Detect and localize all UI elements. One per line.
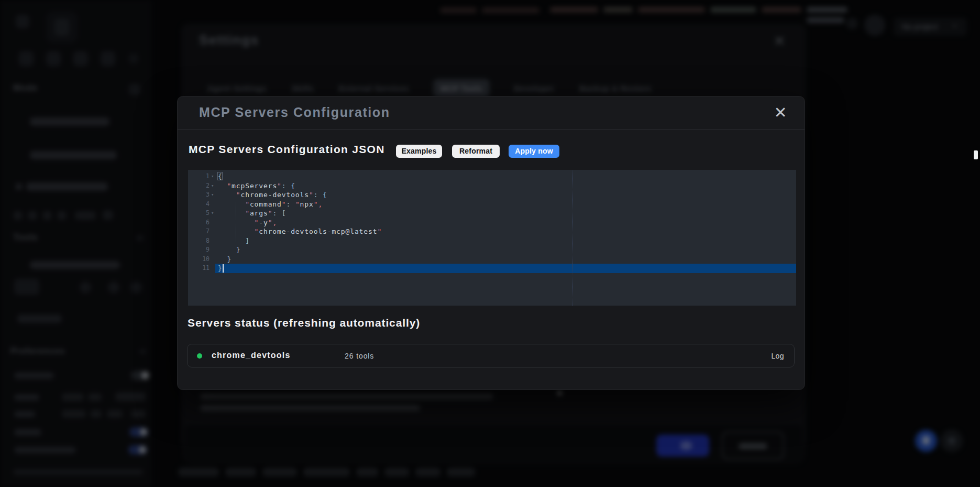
- fold-icon[interactable]: ▾: [211, 172, 214, 181]
- code-line[interactable]: ]: [218, 236, 250, 246]
- line-number: 10: [202, 255, 210, 264]
- line-number: 6: [206, 218, 210, 228]
- line-number: 11: [202, 264, 210, 273]
- fold-icon[interactable]: ▾: [211, 209, 214, 218]
- code-line[interactable]: "command": "npx",: [218, 200, 323, 209]
- server-tools-count: 26 tools: [345, 352, 374, 360]
- server-name: chrome_devtools: [212, 351, 290, 360]
- code-line[interactable]: "mcpServers": {: [218, 181, 295, 191]
- code-line[interactable]: "chrome-devtools-mcp@latest": [218, 227, 382, 236]
- server-status-row: chrome_devtools 26 tools Log: [187, 344, 795, 367]
- examples-button[interactable]: Examples: [396, 145, 442, 158]
- line-number: 8: [206, 236, 210, 246]
- fold-icon[interactable]: ▾: [211, 190, 214, 200]
- line-number: 5: [206, 209, 210, 218]
- json-section-heading: MCP Servers Configuration JSON: [189, 143, 385, 156]
- mcp-servers-modal: MCP Servers Configuration ✕ MCP Servers …: [177, 96, 805, 390]
- code-line[interactable]: }: [218, 255, 232, 264]
- fold-icon[interactable]: ▾: [211, 181, 214, 191]
- reformat-button[interactable]: Reformat: [452, 145, 500, 158]
- code-line[interactable]: "chrome-devtools": {: [218, 190, 327, 200]
- line-number: 1: [206, 172, 210, 181]
- modal-title: MCP Servers Configuration: [199, 105, 390, 120]
- apply-now-button[interactable]: Apply now: [509, 145, 559, 158]
- server-online-dot: [197, 353, 202, 359]
- screen: Mode Tools Preferences: [0, 0, 980, 487]
- code-line[interactable]: }: [218, 264, 223, 273]
- code-line[interactable]: "args": [: [218, 209, 286, 218]
- modal-header: MCP Servers Configuration ✕: [178, 96, 805, 130]
- json-editor[interactable]: 1▾2▾3▾45▾67891011 { "mcpServers": { "chr…: [188, 170, 796, 306]
- line-number: 2: [206, 181, 210, 191]
- mouse-cursor: [974, 150, 978, 159]
- line-number: 9: [206, 245, 210, 255]
- server-log-link[interactable]: Log: [771, 352, 784, 360]
- status-heading: Servers status (refreshing automatically…: [188, 317, 420, 329]
- editor-gutter: 1▾2▾3▾45▾67891011: [188, 170, 215, 306]
- close-icon[interactable]: ✕: [771, 103, 790, 122]
- code-line[interactable]: {: [218, 172, 223, 181]
- editor-code: { "mcpServers": { "chrome-devtools": { "…: [218, 170, 796, 306]
- text-cursor: [223, 264, 224, 273]
- line-number: 4: [206, 200, 210, 209]
- line-number: 3: [206, 190, 210, 200]
- code-line[interactable]: }: [218, 245, 241, 255]
- line-number: 7: [206, 227, 210, 236]
- code-line[interactable]: "-y",: [218, 218, 277, 228]
